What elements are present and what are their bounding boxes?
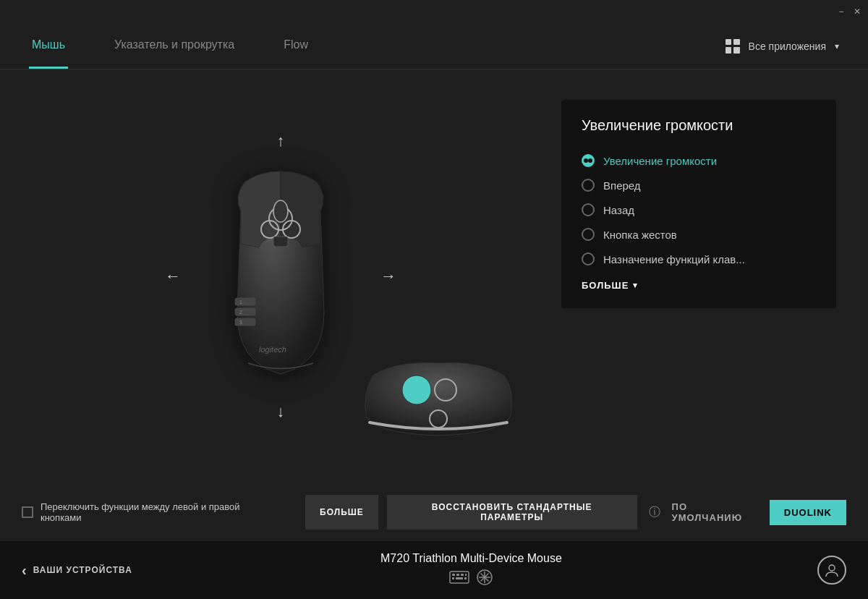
tab-pointer[interactable]: Указатель и прокрутка: [111, 23, 237, 69]
svg-rect-6: [235, 308, 255, 315]
svg-rect-19: [465, 574, 467, 576]
apps-grid-icon[interactable]: [726, 39, 740, 54]
radio-gesture: [582, 228, 595, 241]
footer-right: [810, 556, 846, 585]
device-icons: [449, 569, 493, 588]
radio-keyboard: [582, 252, 595, 265]
more-button[interactable]: БОЛЬШЕ: [305, 495, 378, 530]
close-button[interactable]: ✕: [852, 7, 862, 17]
radio-back: [582, 203, 595, 216]
main-content: ↑ ↓ ← →: [0, 69, 868, 483]
more-options-button[interactable]: БОЛЬШЕ ▾: [582, 280, 816, 291]
option-forward[interactable]: Вперед: [582, 173, 816, 197]
option-keyboard[interactable]: Назначение функций клав...: [582, 247, 816, 271]
swap-buttons-checkbox[interactable]: [22, 506, 33, 518]
arrow-left[interactable]: ←: [165, 267, 181, 286]
mouse-panel: ↑ ↓ ← →: [0, 69, 561, 483]
options-panel: Увеличение громкости Увеличение громкост…: [561, 100, 836, 308]
option-gesture-label: Кнопка жестов: [603, 229, 677, 241]
options-panel-container: Увеличение громкости Увеличение громкост…: [561, 69, 868, 483]
connection-icon: [477, 569, 493, 588]
more-options-chevron: ▾: [633, 281, 638, 290]
svg-text:1: 1: [239, 300, 242, 305]
svg-rect-22: [464, 577, 467, 579]
svg-point-3: [273, 200, 288, 222]
tabs: Мышь Указатель и прокрутка Flow: [29, 23, 311, 69]
svg-rect-20: [452, 577, 454, 579]
arrow-up[interactable]: ↑: [277, 132, 285, 150]
side-mouse-view: [359, 357, 518, 447]
tab-mouse[interactable]: Мышь: [29, 23, 68, 69]
back-arrow-icon: ‹: [22, 562, 27, 579]
bottom-buttons: БОЛЬШЕ ВОССТАНОВИТЬ СТАНДАРТНЫЕ ПАРАМЕТР…: [305, 495, 637, 530]
svg-rect-21: [456, 577, 463, 579]
checkbox-label: Переключить функции между левой и правой…: [41, 501, 279, 523]
options-title: Увеличение громкости: [582, 117, 816, 134]
default-label: ПО УМОЛЧАНИЮ: [672, 501, 758, 523]
option-gesture[interactable]: Кнопка жестов: [582, 222, 816, 247]
option-keyboard-label: Назначение функций клав...: [603, 253, 745, 265]
bottom-controls: Переключить функции между левой и правой…: [0, 483, 868, 541]
all-apps-chevron[interactable]: ▾: [835, 41, 839, 51]
bottom-right: ⓘ ПО УМОЛЧАНИЮ DUOLINK: [649, 500, 846, 525]
title-bar-controls: − ✕: [836, 7, 862, 17]
svg-rect-16: [452, 574, 455, 576]
header-right: Все приложения ▾: [726, 39, 839, 54]
app-window: − ✕ Мышь Указатель и прокрутка Flow Все …: [0, 0, 868, 599]
svg-point-12: [402, 375, 431, 404]
more-options-label: БОЛЬШЕ: [582, 280, 629, 291]
minimize-button[interactable]: −: [836, 7, 846, 17]
footer: ‹ ВАШИ УСТРОЙСТВА M720 Triathlon Multi-D…: [0, 541, 868, 599]
duolink-button[interactable]: DUOLINK: [770, 500, 846, 525]
title-bar: − ✕: [0, 0, 868, 23]
svg-rect-5: [235, 298, 255, 305]
all-apps-label[interactable]: Все приложения: [749, 41, 826, 52]
arrow-right[interactable]: →: [380, 267, 396, 286]
option-back[interactable]: Назад: [582, 197, 816, 222]
footer-center: M720 Triathlon Multi-Device Mouse: [132, 552, 810, 588]
user-avatar[interactable]: [817, 556, 846, 585]
keyboard-icon: [449, 571, 469, 587]
info-icon[interactable]: ⓘ: [649, 505, 660, 520]
option-vol-up-label: Увеличение громкости: [603, 155, 717, 167]
reset-button[interactable]: ВОССТАНОВИТЬ СТАНДАРТНЫЕ ПАРАМЕТРЫ: [387, 495, 637, 530]
svg-text:3: 3: [239, 320, 242, 325]
mouse-image: 1 2 3 logitech: [219, 168, 342, 385]
back-button[interactable]: ‹ ВАШИ УСТРОЙСТВА: [22, 562, 132, 579]
svg-text:2: 2: [239, 310, 242, 315]
radio-forward: [582, 179, 595, 192]
option-vol-up[interactable]: Увеличение громкости: [582, 148, 816, 173]
radio-vol-up: [582, 154, 595, 167]
option-forward-label: Вперед: [603, 179, 641, 192]
svg-text:logitech: logitech: [259, 345, 286, 354]
svg-rect-18: [461, 574, 464, 576]
arrow-down[interactable]: ↓: [277, 402, 285, 421]
device-name: M720 Triathlon Multi-Device Mouse: [380, 552, 562, 565]
svg-rect-7: [235, 318, 255, 326]
tab-bar: Мышь Указатель и прокрутка Flow Все прил…: [0, 23, 868, 69]
svg-point-28: [829, 565, 835, 571]
back-label: ВАШИ УСТРОЙСТВА: [33, 565, 132, 575]
option-back-label: Назад: [603, 204, 634, 216]
svg-rect-17: [456, 574, 459, 576]
tab-flow[interactable]: Flow: [281, 23, 311, 69]
checkbox-row: Переключить функции между левой и правой…: [22, 501, 279, 523]
svg-rect-4: [273, 237, 288, 247]
